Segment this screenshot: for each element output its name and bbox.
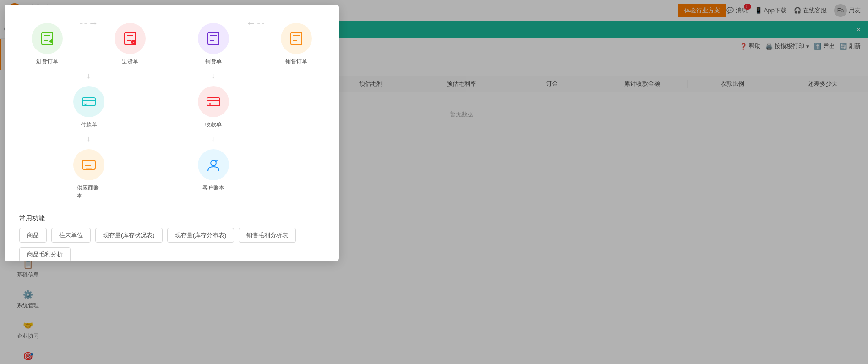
- func-btn-product-margin[interactable]: 商品毛利分析: [55, 247, 71, 261]
- arrow-v1: ↓: [75, 71, 103, 81]
- func-btn-stock-status[interactable]: 现存量(库存状况表): [95, 228, 163, 243]
- svg-rect-28: [86, 168, 92, 170]
- spacer1: [158, 21, 186, 30]
- arrow-h2: ← - -: [241, 21, 269, 42]
- payment-label: 付款单: [81, 121, 97, 129]
- payment-circle: ¥: [73, 86, 104, 117]
- sales-order-circle: [281, 23, 312, 54]
- popup-body: 进货订单 - - → ✓ 进货单: [55, 21, 339, 261]
- supplier-circle: [73, 149, 104, 180]
- customer-label: 客户账本: [202, 184, 224, 192]
- arrow-v2: ↓: [186, 71, 241, 81]
- func-btn-partner[interactable]: 往来单位: [55, 228, 91, 243]
- svg-text:✓: ✓: [132, 41, 135, 45]
- popup-overlay: 进货订单 - - → ✓ 进货单: [55, 21, 868, 364]
- customer-circle: [198, 149, 229, 180]
- main-content: 首页 销售订单执行表 × × ❓ 帮助 🖨️ 按模板打印 ▾ ⬆️: [55, 21, 868, 364]
- receipt-label: 收款单: [205, 121, 222, 129]
- purchase-order-label: 进货订单: [55, 58, 58, 65]
- flow-node-payment[interactable]: ¥ 付款单: [75, 81, 103, 134]
- common-functions: 常用功能 商品 往来单位 现存量(库存状况表) 现存量(库存分布表) 销售毛利分…: [55, 214, 324, 261]
- purchase-bill-circle: ✓: [115, 23, 146, 54]
- sales-bill-label: 销货单: [205, 58, 222, 65]
- flow-node-supplier[interactable]: 供应商账本: [75, 144, 103, 205]
- supplier-label: 供应商账本: [77, 184, 101, 200]
- arrow-v4: ↓: [186, 134, 241, 144]
- sales-bill-circle: [198, 23, 229, 54]
- sales-order-node-label: 销售订单: [285, 58, 307, 65]
- flow-node-sales-order[interactable]: 销售订单: [269, 21, 325, 71]
- svg-point-29: [211, 160, 216, 166]
- purchase-bill-label: 进货单: [122, 58, 138, 65]
- flow-node-customer[interactable]: 客户账本: [186, 144, 241, 197]
- flow-node-sales-bill[interactable]: 销货单: [186, 21, 241, 71]
- common-functions-title: 常用功能: [55, 214, 324, 223]
- func-buttons-row1: 商品 往来单位 现存量(库存状况表) 现存量(库存分布表) 销售毛利分析表 商品…: [55, 228, 324, 261]
- func-btn-stock-dist[interactable]: 现存量(库存分布表): [167, 228, 235, 243]
- arrow-v3: ↓: [75, 134, 103, 144]
- receipt-circle: ¥: [198, 86, 229, 117]
- purchase-order-circle: [55, 23, 63, 54]
- flow-node-purchase-bill[interactable]: ✓ 进货单: [103, 21, 158, 71]
- svg-text:¥: ¥: [84, 102, 87, 107]
- flow-diagram: 进货订单 - - → ✓ 进货单: [55, 21, 324, 205]
- arrow-h1: - - →: [75, 21, 103, 42]
- flow-node-purchase-order[interactable]: 进货订单: [55, 21, 75, 71]
- svg-text:¥: ¥: [208, 102, 212, 107]
- popup: 进货订单 - - → ✓ 进货单: [55, 21, 339, 261]
- flow-node-receipt[interactable]: ¥ 收款单: [186, 81, 241, 134]
- func-btn-sales-margin[interactable]: 销售毛利分析表: [239, 228, 296, 243]
